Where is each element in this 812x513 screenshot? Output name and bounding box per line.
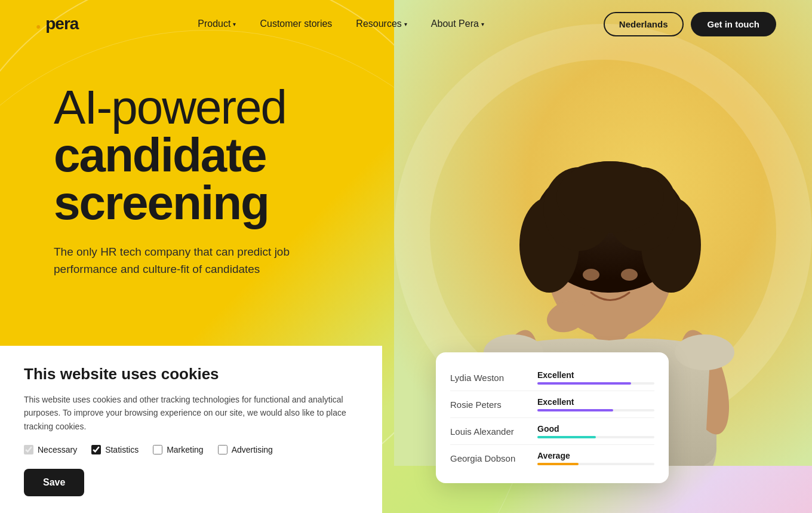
chevron-down-icon: ▾ — [481, 21, 484, 27]
cookie-option-marketing[interactable]: Marketing — [153, 445, 203, 454]
candidate-score-area: Good — [537, 424, 654, 438]
nav-item-resources[interactable]: Resources ▾ — [356, 19, 407, 29]
candidate-score-area: Excellent — [537, 397, 654, 411]
nav-link-about-pera[interactable]: About Pera ▾ — [431, 19, 484, 29]
candidate-row: Georgia DobsonAverage — [450, 445, 654, 471]
svg-point-11 — [556, 161, 664, 233]
score-bar-background — [537, 436, 654, 438]
score-bar-background — [537, 409, 654, 411]
hero-title-bold-1: candidate — [54, 131, 370, 179]
cookie-options: NecessaryStatisticsMarketingAdvertising — [24, 445, 358, 454]
score-bar-background — [537, 463, 654, 465]
nav-item-customer-stories[interactable]: Customer stories — [260, 19, 332, 29]
candidate-card: Lydia WestonExcellentRosie PetersExcelle… — [436, 352, 669, 483]
score-bar-background — [537, 382, 654, 385]
brand-logo[interactable]: ● pera — [36, 14, 78, 33]
hero-content: AI-powered candidate screening The only … — [0, 48, 406, 278]
cookie-option-statistics[interactable]: Statistics — [91, 445, 139, 454]
language-button[interactable]: Nederlands — [604, 12, 684, 36]
candidate-name: Louis Alexander — [450, 426, 528, 437]
cookie-option-advertising[interactable]: Advertising — [218, 445, 273, 454]
score-bar-fill — [537, 436, 596, 438]
logo-icon: ● — [36, 21, 40, 31]
svg-point-13 — [621, 269, 638, 281]
nav-cta-area: Nederlands Get in touch — [604, 12, 776, 36]
score-label: Excellent — [537, 370, 654, 380]
cookie-checkbox-marketing[interactable] — [153, 445, 162, 454]
cookie-body-text: This website uses cookies and other trac… — [24, 393, 358, 433]
candidate-row: Louis AlexanderGood — [450, 418, 654, 445]
chevron-down-icon: ▾ — [404, 21, 407, 27]
hero-subtitle: The only HR tech company that can predic… — [54, 244, 352, 278]
hero-title-bold-2: screening — [54, 179, 370, 227]
candidate-name: Georgia Dobson — [450, 453, 528, 463]
cookie-option-necessary[interactable]: Necessary — [24, 445, 77, 454]
hero-title: AI-powered candidate screening — [54, 84, 370, 227]
get-in-touch-button[interactable]: Get in touch — [691, 12, 777, 36]
cookie-option-label-advertising: Advertising — [232, 445, 273, 454]
score-bar-fill — [537, 409, 613, 411]
cookie-save-button[interactable]: Save — [24, 469, 84, 496]
nav-item-product[interactable]: Product ▾ — [198, 19, 236, 29]
candidate-name: Rosie Peters — [450, 400, 528, 410]
nav-item-about-pera[interactable]: About Pera ▾ — [431, 19, 484, 29]
score-bar-fill — [537, 463, 579, 465]
candidate-row: Rosie PetersExcellent — [450, 391, 654, 418]
hero-title-light: AI-powered — [54, 84, 370, 131]
chevron-down-icon: ▾ — [233, 21, 236, 27]
cookie-checkbox-advertising[interactable] — [218, 445, 227, 454]
candidate-score-area: Average — [537, 451, 654, 465]
nav-links: Product ▾ Customer stories Resources ▾ A… — [198, 19, 484, 29]
candidate-score-area: Excellent — [537, 370, 654, 385]
score-bar-fill — [537, 382, 631, 385]
cookie-option-label-statistics: Statistics — [105, 445, 139, 454]
score-label: Good — [537, 424, 654, 434]
score-label: Excellent — [537, 397, 654, 407]
nav-link-product[interactable]: Product ▾ — [198, 19, 236, 29]
svg-point-18 — [675, 334, 734, 370]
score-label: Average — [537, 451, 654, 460]
svg-point-12 — [583, 269, 599, 281]
candidate-name: Lydia Weston — [450, 373, 528, 383]
cookie-option-label-marketing: Marketing — [167, 445, 203, 454]
cookie-option-label-necessary: Necessary — [38, 445, 77, 454]
nav-link-resources[interactable]: Resources ▾ — [356, 19, 407, 29]
cookie-banner: This website uses cookies This website u… — [0, 346, 382, 513]
cookie-checkbox-statistics[interactable] — [91, 445, 101, 454]
cookie-title: This website uses cookies — [24, 365, 358, 383]
nav-link-customer-stories[interactable]: Customer stories — [260, 19, 332, 29]
candidate-row: Lydia WestonExcellent — [450, 364, 654, 391]
cookie-checkbox-necessary[interactable] — [24, 445, 33, 454]
main-nav: ● pera Product ▾ Customer stories Resour… — [0, 0, 812, 48]
